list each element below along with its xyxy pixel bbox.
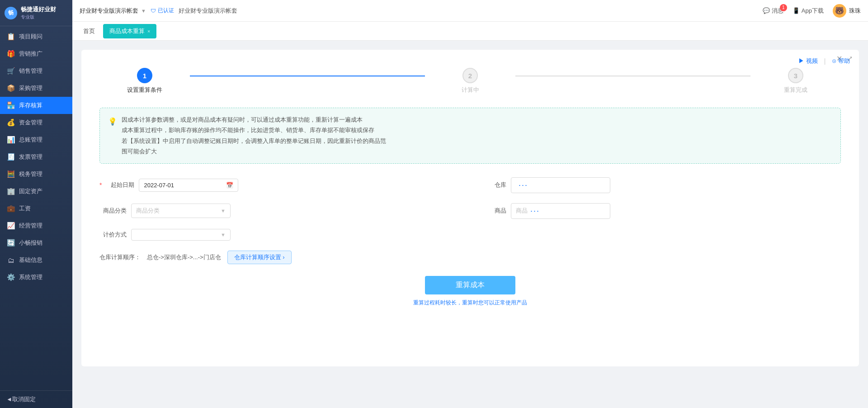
sidebar-item-label: 系统管理 — [19, 273, 42, 281]
warehouse-label: 仓库 — [479, 181, 506, 189]
calendar-icon: 📅 — [226, 182, 233, 189]
step-2: 2 计算中 — [425, 68, 515, 94]
sidebar-item-label: 采购管理 — [19, 84, 42, 92]
app-download-button[interactable]: 📱 App下载 — [793, 7, 824, 15]
pricing-group: 计价方式 ▼ — [99, 229, 841, 241]
invoice-icon: 🧾 — [6, 153, 15, 161]
sidebar-item-label: 小畅报销 — [19, 239, 42, 247]
sidebar-item-label: 工资 — [19, 204, 31, 213]
category-group: 商品分类 商品分类 ▼ — [99, 204, 461, 218]
tab-close-icon[interactable]: × — [147, 28, 150, 34]
sidebar-item-report[interactable]: 🔄 小畅报销 — [0, 234, 72, 251]
start-date-input[interactable]: 2022-07-01 📅 — [139, 179, 238, 192]
category-dropdown-icon: ▼ — [221, 208, 226, 213]
verified-badge: 🛡 已认证 — [151, 7, 174, 14]
step-3-circle: 3 — [788, 68, 803, 83]
step-2-label: 计算中 — [462, 86, 479, 94]
account-name: 好业财专业版演示帐套 — [80, 7, 138, 15]
product-label: 商品 — [479, 207, 506, 215]
step-line-1 — [190, 76, 425, 76]
report-icon: 🔄 — [6, 239, 15, 247]
base-icon: 🗂 — [6, 256, 15, 264]
recalculate-button[interactable]: 重算成本 — [425, 276, 515, 294]
phone-icon: 📱 — [793, 7, 800, 14]
tab-cost-recalc[interactable]: 商品成本重算 × — [103, 24, 156, 38]
content-toolbar: ▶ 视频 | ⊙ 帮助 — [798, 57, 850, 65]
sidebar-logo: 畅 畅捷通好业财 专业版 — [0, 0, 72, 26]
sidebar-item-operation[interactable]: 📈 经营管理 — [0, 217, 72, 234]
sidebar-item-sales[interactable]: 🛒 销售管理 — [0, 62, 72, 80]
product-more-icon[interactable]: ··· — [530, 206, 540, 216]
sidebar-item-label: 资金管理 — [19, 119, 42, 127]
help-button[interactable]: ⊙ 帮助 — [832, 57, 850, 65]
accounting-icon: 📊 — [6, 136, 15, 144]
step-line-2 — [515, 76, 750, 76]
content-card: ✕ ⤢ ▶ 视频 | ⊙ 帮助 1 设置重算条件 2 计算中 — [81, 50, 859, 366]
sidebar-logo-icon: 畅 — [5, 7, 17, 19]
step-3: 3 重算完成 — [750, 68, 841, 94]
category-input[interactable]: 商品分类 ▼ — [131, 204, 231, 218]
submit-area: 重算成本 重算过程耗时较长，重算时您可以正常使用产品 — [99, 276, 841, 307]
sidebar-item-marketing[interactable]: 🎁 营销推广 — [0, 45, 72, 62]
step-1: 1 设置重算条件 — [99, 68, 190, 94]
product-group: 商品 商品 ··· — [479, 203, 841, 219]
warehouse-order-settings-button[interactable]: 仓库计算顺序设置 › — [227, 251, 292, 264]
tax-icon: 🧮 — [6, 170, 15, 178]
form-row-3: 计价方式 ▼ — [99, 229, 841, 241]
info-icon: 💡 — [108, 115, 117, 128]
sidebar-item-label: 固定资产 — [19, 187, 42, 195]
account-selector[interactable]: 好业财专业版演示帐套 ▼ — [80, 7, 146, 15]
sidebar-item-base[interactable]: 🗂 基础信息 — [0, 251, 72, 269]
user-menu[interactable]: 🐻 珠珠 — [833, 4, 861, 18]
submit-hint: 重算过程耗时较长，重算时您可以正常使用产品 — [413, 299, 527, 307]
salary-icon: 💼 — [6, 204, 15, 213]
inventory-icon: 🏪 — [6, 101, 15, 109]
sidebar-item-tax[interactable]: 🧮 税务管理 — [0, 166, 72, 183]
sidebar-item-label: 经营管理 — [19, 222, 42, 230]
account-dropdown-icon: ▼ — [141, 8, 146, 14]
sidebar-item-invoice[interactable]: 🧾 发票管理 — [0, 148, 72, 166]
form-row-1: * 起始日期 2022-07-01 📅 仓库 ··· — [99, 177, 841, 193]
tab-home[interactable]: 首页 — [77, 24, 101, 38]
info-box: 💡 因成本计算参数调整，或是对商品成本有疑问时，可以通过成本重算功能，重新计算一… — [99, 108, 841, 164]
sidebar-item-system[interactable]: ⚙️ 系统管理 — [0, 269, 72, 286]
pricing-label: 计价方式 — [99, 231, 127, 239]
warehouse-more-icon[interactable]: ··· — [519, 180, 528, 190]
sidebar-item-label: 发票管理 — [19, 153, 42, 161]
info-text: 因成本计算参数调整，或是对商品成本有疑问时，可以通过成本重算功能，重新计算一遍成… — [122, 114, 386, 157]
step-1-circle: 1 — [137, 68, 152, 83]
sidebar-item-label: 销售管理 — [19, 67, 42, 75]
message-button[interactable]: 💬 消息 1 — [763, 7, 783, 15]
category-label: 商品分类 — [99, 207, 127, 215]
pricing-input[interactable]: ▼ — [131, 229, 231, 241]
sidebar-item-project[interactable]: 📋 项目顾问 — [0, 28, 72, 45]
form-row-2: 商品分类 商品分类 ▼ 商品 商品 ··· — [99, 203, 841, 219]
main-area: 好业财专业版演示帐套 ▼ 🛡 已认证 好业财专业版演示帐套 💬 消息 1 📱 A… — [72, 0, 868, 408]
start-date-label: 起始日期 — [107, 181, 134, 189]
sidebar-item-purchase[interactable]: 📦 采购管理 — [0, 80, 72, 97]
finance-icon: 💰 — [6, 119, 15, 127]
sidebar-item-finance[interactable]: 💰 资金管理 — [0, 114, 72, 131]
sidebar-item-inventory[interactable]: 🏪 库存核算 — [0, 97, 72, 114]
video-button[interactable]: ▶ 视频 — [798, 57, 818, 65]
product-input[interactable]: 商品 ··· — [511, 203, 610, 219]
marketing-icon: 🎁 — [6, 50, 15, 58]
sidebar: 畅 畅捷通好业财 专业版 📋 项目顾问 🎁 营销推广 🛒 销售管理 📦 采购管理… — [0, 0, 72, 408]
sidebar-item-label: 营销推广 — [19, 50, 42, 58]
topbar-right: 💬 消息 1 📱 App下载 🐻 珠珠 — [763, 4, 861, 18]
project-icon: 📋 — [6, 33, 15, 41]
warehouse-input[interactable]: ··· — [511, 177, 610, 193]
sidebar-item-accounting[interactable]: 📊 总账管理 — [0, 131, 72, 148]
operation-icon: 📈 — [6, 222, 15, 230]
warehouse-order-label: 仓库计算顺序： — [99, 253, 141, 261]
sidebar-item-salary[interactable]: 💼 工资 — [0, 200, 72, 217]
step-indicator: 1 设置重算条件 2 计算中 3 重算完成 — [99, 63, 841, 94]
sidebar-nav: 📋 项目顾问 🎁 营销推广 🛒 销售管理 📦 采购管理 🏪 库存核算 💰 资金管… — [0, 26, 72, 390]
avatar: 🐻 — [833, 4, 846, 18]
username: 珠珠 — [849, 7, 861, 15]
sidebar-item-asset[interactable]: 🏢 固定资产 — [0, 183, 72, 200]
warehouse-order-value: 总仓->深圳仓库->...->门店仓 — [147, 253, 221, 261]
sidebar-unpin-button[interactable]: ◄取消固定 — [0, 390, 72, 408]
sidebar-item-label: 税务管理 — [19, 170, 42, 178]
sidebar-logo-text: 畅捷通好业财 专业版 — [21, 5, 56, 20]
